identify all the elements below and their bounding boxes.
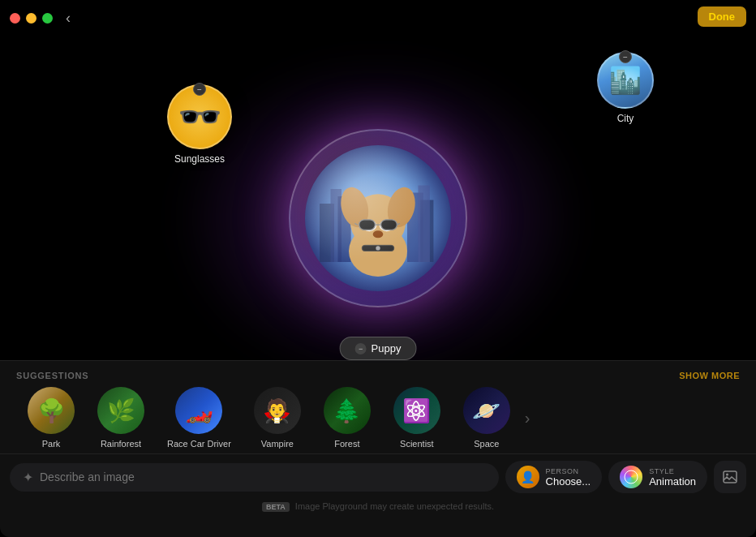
bottom-panel: SUGGESTIONS SHOW MORE 🌳 Park 🌿 Rainfores… bbox=[0, 360, 756, 537]
suggestions-title: SUGGESTIONS bbox=[16, 371, 88, 380]
beta-badge: BETA bbox=[262, 502, 290, 512]
puppy-pill[interactable]: − Puppy bbox=[340, 337, 417, 360]
person-category: PERSON bbox=[546, 467, 579, 475]
style-category: STYLE bbox=[649, 467, 674, 475]
beta-text: Image Playground may create unexpected r… bbox=[295, 501, 494, 511]
style-circle-icon bbox=[624, 470, 638, 484]
scroll-right-button[interactable]: › bbox=[522, 409, 534, 427]
puppy-tag[interactable]: − Puppy bbox=[340, 337, 417, 360]
racecar-label: Race Car Driver bbox=[167, 439, 231, 449]
svg-point-21 bbox=[305, 145, 451, 291]
person-value: Choose... bbox=[546, 475, 591, 488]
back-button[interactable]: ‹ bbox=[66, 10, 71, 27]
sunglasses-tag[interactable]: − 🕶️ Sunglasses bbox=[167, 84, 232, 165]
scientist-label: Scientist bbox=[400, 439, 434, 449]
suggestions-row: 🌳 Park 🌿 Rainforest 🏎️ Race Car Driver 🧛… bbox=[0, 387, 756, 449]
city-tag[interactable]: − 🏙️ City bbox=[597, 52, 654, 124]
city-label: City bbox=[617, 113, 634, 124]
scientist-circle: ⚛️ bbox=[393, 387, 440, 434]
rainforest-circle: 🌿 bbox=[97, 387, 144, 434]
title-bar: ‹ Done bbox=[0, 0, 756, 36]
main-bubble bbox=[289, 129, 467, 307]
beta-disclaimer: BETA Image Playground may create unexpec… bbox=[0, 500, 756, 511]
remove-puppy-button[interactable]: − bbox=[355, 343, 367, 354]
svg-point-22 bbox=[625, 470, 638, 483]
person-avatar: 👤 bbox=[517, 466, 539, 488]
puppy-pill-label: Puppy bbox=[372, 342, 402, 354]
search-container[interactable]: ✦ bbox=[10, 463, 499, 492]
suggestion-rainforest[interactable]: 🌿 Rainforest bbox=[86, 387, 156, 449]
vampire-label: Vampire bbox=[261, 439, 294, 449]
suggestion-park[interactable]: 🌳 Park bbox=[16, 387, 86, 449]
style-label-group: STYLE Animation bbox=[649, 467, 696, 488]
suggestion-racecar[interactable]: 🏎️ Race Car Driver bbox=[156, 387, 243, 449]
vampire-circle: 🧛 bbox=[254, 387, 301, 434]
minimize-button[interactable] bbox=[26, 13, 37, 24]
puppy-image bbox=[305, 145, 451, 291]
traffic-lights bbox=[10, 13, 53, 24]
forest-circle: 🌲 bbox=[324, 387, 371, 434]
show-more-button[interactable]: SHOW MORE bbox=[679, 371, 740, 380]
search-input[interactable] bbox=[40, 470, 486, 483]
svg-rect-23 bbox=[724, 471, 737, 483]
sunglasses-label: Sunglasses bbox=[174, 153, 225, 165]
done-button[interactable]: Done bbox=[698, 6, 747, 27]
canvas-area: − 🕶️ Sunglasses − 🏙️ City bbox=[0, 36, 756, 401]
style-icon bbox=[620, 466, 642, 488]
park-circle: 🌳 bbox=[28, 387, 75, 434]
person-label-group: PERSON Choose... bbox=[546, 467, 591, 488]
remove-city-button[interactable]: − bbox=[619, 50, 632, 63]
bottom-toolbar: ✦ 👤 PERSON Choose... STYLE Animation bbox=[0, 453, 756, 500]
suggestion-scientist[interactable]: ⚛️ Scientist bbox=[382, 387, 452, 449]
puppy-svg bbox=[305, 137, 451, 299]
svg-point-24 bbox=[726, 474, 728, 476]
space-label: Space bbox=[474, 439, 499, 449]
suggestions-header: SUGGESTIONS SHOW MORE bbox=[0, 361, 756, 387]
maximize-button[interactable] bbox=[42, 13, 53, 24]
suggestion-space[interactable]: 🪐 Space bbox=[452, 387, 522, 449]
suggestion-forest[interactable]: 🌲 Forest bbox=[312, 387, 382, 449]
forest-label: Forest bbox=[334, 439, 359, 449]
sunglasses-emoji: 🕶️ bbox=[178, 96, 222, 138]
style-button[interactable]: STYLE Animation bbox=[608, 461, 707, 493]
person-button[interactable]: 👤 PERSON Choose... bbox=[505, 461, 603, 493]
space-circle: 🪐 bbox=[463, 387, 510, 434]
remove-sunglasses-button[interactable]: − bbox=[193, 83, 206, 96]
park-label: Park bbox=[42, 439, 61, 449]
image-picker-icon bbox=[722, 469, 738, 485]
racecar-circle: 🏎️ bbox=[175, 387, 222, 434]
style-value: Animation bbox=[649, 475, 696, 488]
close-button[interactable] bbox=[10, 13, 20, 24]
sparkle-icon: ✦ bbox=[23, 470, 33, 485]
image-picker-button[interactable] bbox=[714, 461, 746, 493]
rainforest-label: Rainforest bbox=[101, 439, 141, 449]
suggestion-vampire[interactable]: 🧛 Vampire bbox=[243, 387, 312, 449]
